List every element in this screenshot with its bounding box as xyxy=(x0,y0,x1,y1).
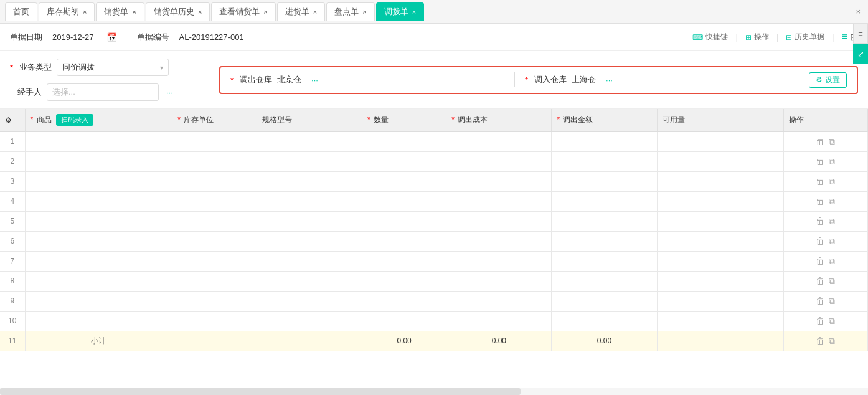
qty-cell[interactable] xyxy=(362,271,446,291)
product-cell[interactable] xyxy=(25,151,172,171)
qty-cell[interactable] xyxy=(362,131,446,151)
tab-view-sales-close[interactable]: × xyxy=(263,8,267,16)
amount-cell[interactable] xyxy=(552,211,657,231)
unit-cell[interactable] xyxy=(172,291,257,311)
side-expand-button[interactable]: ⤢ xyxy=(853,44,868,64)
product-cell[interactable] xyxy=(25,271,172,291)
cost-cell[interactable] xyxy=(446,231,552,251)
avail-cell[interactable] xyxy=(657,291,783,311)
handler-more-icon[interactable]: ··· xyxy=(166,88,173,97)
product-cell[interactable] xyxy=(25,231,172,251)
cost-cell[interactable] xyxy=(446,151,552,171)
amount-cell[interactable] xyxy=(552,291,657,311)
avail-cell[interactable] xyxy=(657,171,783,191)
copy-icon[interactable]: ⧉ xyxy=(829,216,835,226)
copy-icon[interactable]: ⧉ xyxy=(829,156,835,166)
unit-cell[interactable] xyxy=(172,271,257,291)
history-action[interactable]: ⊟ 历史单据 xyxy=(786,32,824,42)
qty-cell[interactable] xyxy=(362,251,446,271)
avail-cell[interactable] xyxy=(657,151,783,171)
spec-cell[interactable] xyxy=(257,291,362,311)
avail-cell[interactable] xyxy=(657,311,783,331)
product-cell[interactable] xyxy=(25,191,172,211)
tab-sales-order[interactable]: 销货单 × xyxy=(96,2,144,21)
spec-cell[interactable] xyxy=(257,231,362,251)
product-cell[interactable] xyxy=(25,311,172,331)
tab-sales-history[interactable]: 销货单历史 × xyxy=(146,2,210,21)
avail-cell[interactable] xyxy=(657,271,783,291)
delete-icon[interactable]: 🗑 xyxy=(816,236,824,246)
warehouse-out-more-icon[interactable]: ··· xyxy=(311,75,318,85)
delete-icon[interactable]: 🗑 xyxy=(816,276,824,286)
qty-cell[interactable] xyxy=(362,151,446,171)
delete-icon[interactable]: 🗑 xyxy=(816,216,824,226)
copy-icon[interactable]: ⧉ xyxy=(829,196,835,206)
operation-action[interactable]: ⊞ 操作 xyxy=(745,32,769,42)
side-list-button[interactable]: ≡ xyxy=(853,24,868,44)
business-type-select[interactable]: 同价调拨 ▾ xyxy=(57,59,169,76)
tab-sales-order-close[interactable]: × xyxy=(132,8,136,16)
spec-cell[interactable] xyxy=(257,191,362,211)
tab-inventory-init[interactable]: 库存期初 × xyxy=(39,2,95,21)
unit-cell[interactable] xyxy=(172,211,257,231)
copy-icon[interactable]: ⧉ xyxy=(829,176,835,186)
delete-icon[interactable]: 🗑 xyxy=(816,156,824,166)
spec-cell[interactable] xyxy=(257,151,362,171)
delete-icon[interactable]: 🗑 xyxy=(816,256,824,266)
cost-cell[interactable] xyxy=(446,171,552,191)
amount-cell[interactable] xyxy=(552,151,657,171)
cost-cell[interactable] xyxy=(446,131,552,151)
subtotal-copy-icon[interactable]: ⧉ xyxy=(829,336,835,346)
copy-icon[interactable]: ⧉ xyxy=(829,256,835,266)
unit-cell[interactable] xyxy=(172,231,257,251)
product-cell[interactable] xyxy=(25,171,172,191)
tab-home[interactable]: 首页 xyxy=(5,2,37,21)
amount-cell[interactable] xyxy=(552,191,657,211)
spec-cell[interactable] xyxy=(257,251,362,271)
spec-cell[interactable] xyxy=(257,311,362,331)
tab-stocktake-close[interactable]: × xyxy=(362,8,366,16)
warehouse-in-more-icon[interactable]: ··· xyxy=(606,75,613,85)
unit-cell[interactable] xyxy=(172,151,257,171)
qty-cell[interactable] xyxy=(362,291,446,311)
handler-select[interactable]: 选择... xyxy=(47,83,159,101)
avail-cell[interactable] xyxy=(657,131,783,151)
spec-cell[interactable] xyxy=(257,171,362,191)
copy-icon[interactable]: ⧉ xyxy=(829,296,835,306)
delete-icon[interactable]: 🗑 xyxy=(816,316,824,326)
qty-cell[interactable] xyxy=(362,191,446,211)
spec-cell[interactable] xyxy=(257,131,362,151)
subtotal-delete-icon[interactable]: 🗑 xyxy=(816,336,824,346)
horizontal-scrollbar[interactable] xyxy=(0,388,868,395)
product-cell[interactable] xyxy=(25,211,172,231)
scan-entry-button[interactable]: 扫码录入 xyxy=(56,114,93,126)
tab-transfer-order[interactable]: 调拨单 × xyxy=(376,2,424,21)
qty-cell[interactable] xyxy=(362,211,446,231)
cost-cell[interactable] xyxy=(446,311,552,331)
product-cell[interactable] xyxy=(25,291,172,311)
spec-cell[interactable] xyxy=(257,211,362,231)
tab-transfer-order-close[interactable]: × xyxy=(412,8,416,16)
settings-button[interactable]: ⚙ 设置 xyxy=(809,72,847,88)
avail-cell[interactable] xyxy=(657,251,783,271)
avail-cell[interactable] xyxy=(657,191,783,211)
cost-cell[interactable] xyxy=(446,271,552,291)
copy-icon[interactable]: ⧉ xyxy=(829,236,835,246)
th-gear[interactable]: ⚙ xyxy=(0,109,25,131)
qty-cell[interactable] xyxy=(362,231,446,251)
qty-cell[interactable] xyxy=(362,311,446,331)
copy-icon[interactable]: ⧉ xyxy=(829,316,835,326)
product-cell[interactable] xyxy=(25,251,172,271)
delete-icon[interactable]: 🗑 xyxy=(816,136,824,146)
tab-inventory-init-close[interactable]: × xyxy=(83,8,87,16)
cost-cell[interactable] xyxy=(446,251,552,271)
unit-cell[interactable] xyxy=(172,171,257,191)
amount-cell[interactable] xyxy=(552,271,657,291)
calendar-icon[interactable]: 📅 xyxy=(106,32,117,42)
delete-icon[interactable]: 🗑 xyxy=(816,176,824,186)
unit-cell[interactable] xyxy=(172,251,257,271)
qty-cell[interactable] xyxy=(362,171,446,191)
avail-cell[interactable] xyxy=(657,231,783,251)
amount-cell[interactable] xyxy=(552,311,657,331)
layout-list-icon[interactable]: ≡ xyxy=(842,31,847,43)
